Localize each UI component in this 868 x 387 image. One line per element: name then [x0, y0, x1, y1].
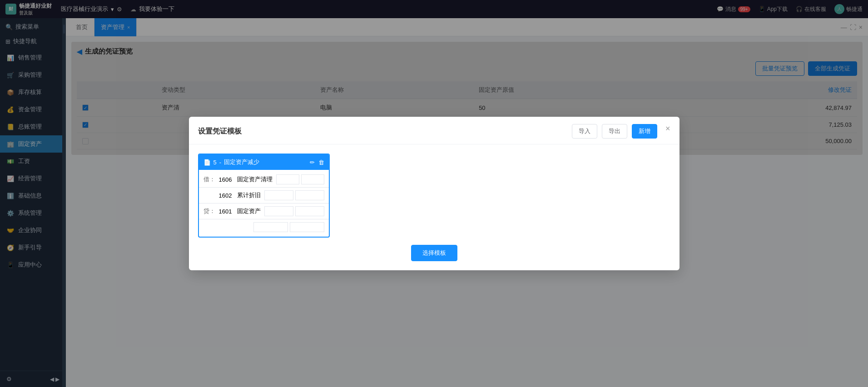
modal-close-btn[interactable]: ×: [665, 124, 670, 139]
account-name-1: 固定资产清理: [237, 175, 273, 184]
debit-label-1: 借：: [203, 175, 217, 184]
import-btn[interactable]: 导入: [572, 124, 597, 139]
template-separator: -: [219, 159, 221, 166]
empty-debit: [253, 222, 288, 232]
account-name-3: 固定资产: [237, 207, 261, 215]
debit-label-2: [203, 191, 217, 199]
credit-amount-2: [295, 190, 324, 200]
debit-amount-1: [276, 174, 299, 184]
template-card-header: 📄 5 - 固定资产减少 ✏ 🗑: [199, 154, 329, 170]
modal-body: 📄 5 - 固定资产减少 ✏ 🗑 借： 1606 固定资产: [189, 144, 680, 270]
modal-header: 设置凭证模板 导入 导出 新增 ×: [189, 117, 680, 144]
modal-title: 设置凭证模板: [198, 127, 242, 136]
voucher-template-modal: 设置凭证模板 导入 导出 新增 × 📄 5 - 固定资产减少: [189, 117, 680, 270]
account-code-3: 1601: [219, 208, 235, 215]
template-name: 固定资产减少: [224, 158, 259, 166]
template-row: 1602 累计折旧: [199, 188, 329, 203]
template-doc-icon: 📄: [203, 159, 211, 166]
template-row-empty: [199, 219, 329, 235]
account-code-1: 1606: [219, 176, 235, 183]
account-code-2: 1602: [219, 192, 235, 199]
export-btn[interactable]: 导出: [602, 124, 627, 139]
modal-header-actions: 导入 导出 新增 ×: [572, 124, 670, 139]
empty-credit: [290, 222, 324, 232]
template-body: 借： 1606 固定资产清理 1602 累计折旧: [199, 170, 329, 237]
credit-label-1: 贷：: [203, 207, 217, 215]
template-id: 5: [213, 159, 217, 166]
edit-template-icon[interactable]: ✏: [310, 159, 315, 166]
credit-amount-1: [301, 174, 324, 184]
template-card: 📄 5 - 固定资产减少 ✏ 🗑 借： 1606 固定资产: [198, 154, 330, 238]
debit-amount-2: [264, 190, 293, 200]
modal-overlay: 设置凭证模板 导入 导出 新增 × 📄 5 - 固定资产减少: [0, 0, 868, 387]
select-template-area: 选择模板: [198, 245, 670, 261]
debit-amount-3: [264, 206, 293, 216]
account-name-2: 累计折旧: [237, 191, 261, 199]
template-row: 贷： 1601 固定资产: [199, 203, 329, 219]
delete-template-icon[interactable]: 🗑: [318, 159, 324, 166]
credit-amount-3: [295, 206, 324, 216]
template-row: 借： 1606 固定资产清理: [199, 172, 329, 188]
new-btn[interactable]: 新增: [632, 124, 657, 139]
template-card-header-actions: ✏ 🗑: [310, 159, 324, 166]
select-template-btn[interactable]: 选择模板: [411, 245, 457, 261]
